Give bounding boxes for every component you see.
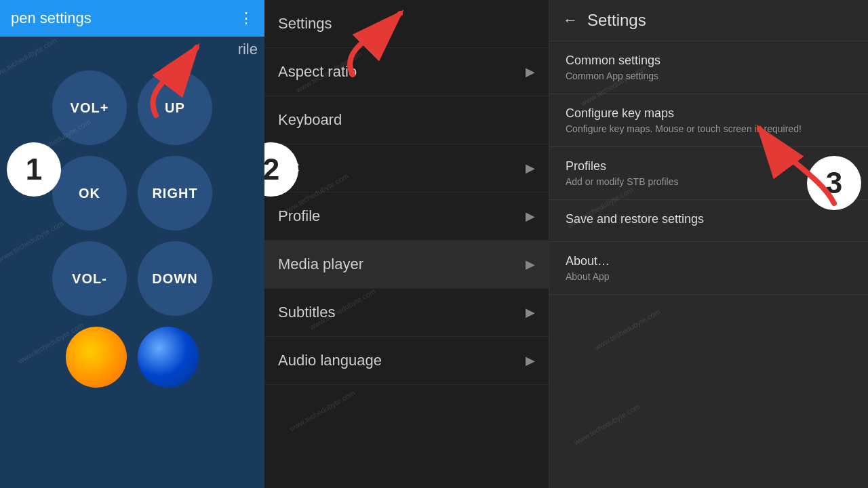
menu-item-subtitles-label: Subtitles bbox=[278, 304, 335, 321]
remote-row-2: OK RIGHT bbox=[52, 156, 212, 230]
settings-item-save-restore-title: Save and restore settings bbox=[566, 212, 852, 226]
chevron-right-icon: ▶ bbox=[526, 209, 535, 224]
panel-remote: pen settings ⋮ rile www.techedubyte.com … bbox=[0, 0, 264, 488]
watermark: www.techedubyte.com bbox=[288, 388, 356, 432]
app-icons-row bbox=[0, 327, 264, 388]
chevron-right-icon: ▶ bbox=[526, 305, 535, 320]
arrow-3-icon bbox=[726, 102, 861, 210]
menu-item-audio-language[interactable]: Audio language ▶ bbox=[264, 337, 549, 385]
menu-item-media-player-label: Media player bbox=[278, 256, 363, 273]
settings-header: ← Settings bbox=[549, 0, 868, 41]
panel-settings: www.techedubyte.com www.techedubyte.com … bbox=[549, 0, 868, 488]
chevron-right-icon: ▶ bbox=[526, 353, 535, 368]
menu-item-keyboard[interactable]: Keyboard bbox=[264, 96, 549, 144]
chevron-right-icon: ▶ bbox=[526, 64, 535, 79]
remote-row-3: VOL- DOWN bbox=[52, 241, 212, 316]
settings-item-common-title: Common settings bbox=[566, 54, 852, 68]
settings-item-about-subtitle: About App bbox=[566, 271, 852, 282]
app-icon-blue[interactable] bbox=[138, 327, 199, 388]
menu-item-rc[interactable]: RC ▶ bbox=[264, 144, 549, 192]
menu-item-subtitles[interactable]: Subtitles ▶ bbox=[264, 289, 549, 337]
menu-item-audio-language-label: Audio language bbox=[278, 352, 382, 369]
ok-button[interactable]: OK bbox=[52, 156, 127, 230]
settings-item-about[interactable]: About… About App bbox=[549, 242, 868, 295]
step-1-badge: 1 bbox=[7, 142, 61, 197]
app-icon-orange[interactable] bbox=[66, 327, 127, 388]
arrow-2-icon bbox=[285, 0, 420, 81]
remote-header-title: pen settings bbox=[11, 9, 92, 27]
arrow-1-icon bbox=[95, 20, 217, 129]
menu-item-media-player[interactable]: Media player ▶ bbox=[264, 241, 549, 289]
settings-title: Settings bbox=[587, 11, 646, 30]
menu-item-profile-label: Profile bbox=[278, 207, 320, 225]
right-button[interactable]: RIGHT bbox=[138, 156, 212, 230]
settings-item-common[interactable]: Common settings Common App settings bbox=[549, 41, 868, 94]
down-button[interactable]: DOWN bbox=[138, 241, 212, 316]
settings-item-common-subtitle: Common App settings bbox=[566, 70, 852, 81]
chevron-right-icon: ▶ bbox=[526, 161, 535, 176]
panel-menu: www.techedubyte.com www.techedubyte.com … bbox=[264, 0, 549, 488]
secondary-text: rile bbox=[238, 41, 258, 58]
menu-item-keyboard-label: Keyboard bbox=[278, 111, 342, 129]
watermark: www.techedubyte.com bbox=[572, 402, 641, 446]
dots-menu-button[interactable]: ⋮ bbox=[239, 9, 254, 27]
watermark: www.techedubyte.com bbox=[593, 307, 661, 351]
vol-minus-button[interactable]: VOL- bbox=[52, 241, 127, 316]
settings-item-about-title: About… bbox=[566, 254, 852, 268]
back-button[interactable]: ← bbox=[563, 12, 578, 29]
menu-item-profile[interactable]: Profile ▶ bbox=[264, 192, 549, 241]
chevron-right-icon: ▶ bbox=[526, 257, 535, 272]
